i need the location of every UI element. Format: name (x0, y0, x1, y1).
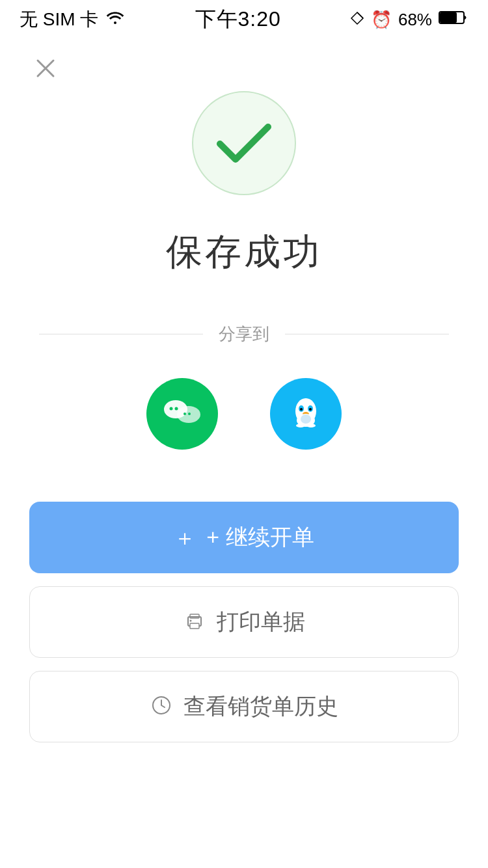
share-buttons (146, 378, 342, 450)
action-buttons: ＋ + 继续开单 打印单据 查看销货单历 (29, 502, 459, 742)
print-label: 打印单据 (217, 607, 305, 637)
share-wechat-button[interactable] (146, 378, 218, 450)
svg-point-6 (170, 407, 173, 411)
close-button[interactable] (26, 49, 65, 88)
status-left: 无 SIM 卡 (20, 7, 126, 32)
wifi-icon (105, 9, 126, 30)
alarm-icon: ⏰ (371, 10, 392, 30)
divider-line-right (285, 334, 449, 334)
history-label: 查看销货单历史 (183, 692, 338, 722)
success-title: 保存成功 (166, 228, 322, 277)
svg-point-7 (175, 407, 178, 411)
main-content: 保存成功 分享到 (0, 39, 488, 742)
svg-point-9 (188, 413, 191, 415)
continue-label: + 继续开单 (206, 522, 314, 552)
share-qq-button[interactable] (270, 378, 342, 450)
history-icon (150, 694, 173, 720)
status-bar: 无 SIM 卡 下午3:20 ⏰ 68% (0, 0, 488, 39)
share-label: 分享到 (203, 323, 285, 346)
no-sim-text: 无 SIM 卡 (20, 7, 98, 32)
plus-icon: ＋ (174, 526, 196, 549)
svg-rect-21 (190, 623, 199, 629)
svg-rect-1 (440, 12, 457, 23)
print-button[interactable]: 打印单据 (29, 586, 459, 658)
success-circle (192, 91, 296, 195)
svg-point-14 (309, 408, 312, 411)
status-right: ⏰ 68% (350, 10, 468, 30)
wechat-icon (160, 395, 204, 433)
battery-text: 68% (398, 10, 432, 30)
svg-point-13 (300, 408, 303, 411)
continue-button[interactable]: ＋ + 继续开单 (29, 502, 459, 573)
history-button[interactable]: 查看销货单历史 (29, 671, 459, 742)
location-icon (350, 10, 364, 30)
svg-point-23 (190, 619, 192, 621)
svg-point-19 (301, 414, 311, 424)
battery-icon (439, 10, 468, 30)
print-icon (183, 609, 206, 636)
time-display: 下午3:20 (195, 5, 281, 34)
checkmark-icon (215, 120, 273, 166)
divider-line-left (39, 334, 203, 334)
svg-point-8 (183, 413, 186, 415)
qq-icon (284, 392, 328, 436)
share-divider: 分享到 (0, 323, 488, 346)
